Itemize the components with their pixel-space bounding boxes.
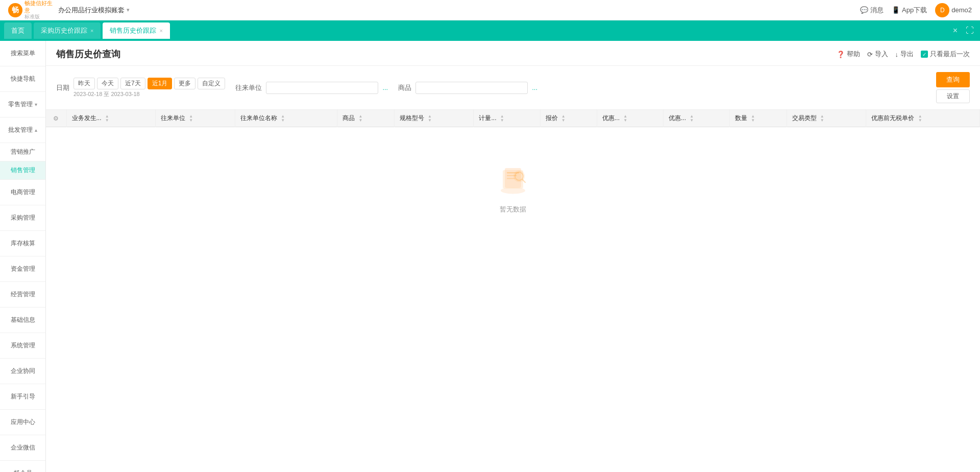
col-biz-date-label: 业务发生...	[72, 114, 102, 122]
column-partner-name[interactable]: 往来单位名称 ▲▼	[235, 110, 337, 127]
top-header: 畅 畅捷信好生意 标准版 办公用品行业模拟账套 ▾ 💬 消息 📱 App下载 D…	[0, 0, 980, 20]
tab-sales[interactable]: 销售历史价跟踪 ×	[103, 22, 169, 39]
sidebar-item-finance[interactable]: 资金管理	[0, 256, 45, 282]
col-spec-label: 规格型号	[400, 114, 424, 122]
logo-text: 畅捷信好生意 标准版	[24, 0, 54, 19]
export-button[interactable]: ↓ 导出	[895, 50, 914, 59]
page-content: 销售历史价查询 ❓ 帮助 ⟳ 导入 ↓ 导出 ✓	[46, 41, 980, 472]
date-buttons: 昨天 今天 近7天 近1月 更多 自定义	[74, 78, 225, 89]
wholesale-label: 批发管理	[8, 126, 33, 134]
purchase-tab-close[interactable]: ×	[90, 28, 93, 34]
sidebar-item-new-guide[interactable]: 新手引导	[0, 384, 45, 410]
col-pre-tax-price-label: 优惠前无税单价	[871, 114, 914, 122]
filter-actions: 查询 设置	[936, 72, 970, 103]
sidebar-item-member[interactable]: 畅会员	[0, 461, 45, 472]
import-icon: ⟳	[867, 51, 873, 58]
retail-arrow-icon: ▾	[35, 101, 37, 108]
page-header-actions: ❓ 帮助 ⟳ 导入 ↓ 导出 ✓ 只看最后一次	[837, 50, 970, 59]
purchase-label: 采购管理	[11, 214, 35, 222]
col-price-label: 报价	[546, 114, 558, 122]
col-discount1-label: 优惠...	[602, 114, 620, 122]
sort-icon-partner-code: ▲▼	[189, 114, 193, 123]
col-unit-label: 计量...	[479, 114, 496, 122]
checkbox-icon: ✓	[921, 51, 928, 58]
partner-dots[interactable]: ...	[382, 84, 388, 91]
sidebar-item-app-center[interactable]: 应用中心	[0, 410, 45, 435]
table-header-row: ⚙ 业务发生... ▲▼ 往来单位 ▲▼ 往来单位名称	[46, 110, 980, 127]
col-discount2-label: 优惠...	[669, 114, 686, 122]
page-header: 销售历史价查询 ❓ 帮助 ⟳ 导入 ↓ 导出 ✓	[46, 41, 980, 66]
help-button[interactable]: ❓ 帮助	[837, 50, 860, 59]
sort-icon-discount1: ▲▼	[623, 114, 627, 123]
tab-bar: 首页 采购历史价跟踪 × 销售历史价跟踪 × × ⛶	[0, 20, 980, 41]
fullscreen-button[interactable]: ⛶	[964, 24, 976, 37]
tab-home[interactable]: 首页	[4, 22, 32, 39]
column-spec[interactable]: 规格型号 ▲▼	[394, 110, 474, 127]
sidebar-item-marketing[interactable]: 营销推广	[0, 143, 45, 161]
column-goods[interactable]: 商品 ▲▼	[337, 110, 394, 127]
search-label: 搜索菜单	[11, 49, 35, 58]
sidebar-item-operations[interactable]: 经营管理	[0, 282, 45, 308]
goods-input[interactable]	[415, 82, 528, 94]
date-btn-1month[interactable]: 近1月	[148, 78, 173, 89]
ecommerce-label: 电商管理	[11, 188, 35, 197]
partner-input[interactable]	[266, 82, 378, 94]
goods-dots[interactable]: ...	[532, 84, 537, 91]
user-avatar[interactable]: D demo2	[935, 3, 972, 17]
app-title: 办公用品行业模拟账套	[58, 6, 125, 15]
date-btn-custom[interactable]: 自定义	[198, 78, 225, 89]
date-btn-today[interactable]: 今天	[97, 78, 118, 89]
sales-tab-close[interactable]: ×	[159, 28, 162, 34]
sort-icon-biz-date: ▲▼	[105, 114, 109, 123]
column-gear[interactable]: ⚙	[46, 110, 66, 127]
col-trade-type-label: 交易类型	[792, 114, 817, 122]
column-unit[interactable]: 计量... ▲▼	[474, 110, 540, 127]
sidebar-item-search[interactable]: 搜索菜单	[0, 41, 45, 66]
app-download-button[interactable]: 📱 App下载	[892, 6, 927, 15]
sort-icon-quantity: ▲▼	[751, 114, 755, 123]
sidebar-item-ecommerce[interactable]: 电商管理	[0, 180, 45, 205]
sort-icon-trade-type: ▲▼	[820, 114, 824, 123]
app-download-label: App下载	[902, 6, 927, 15]
sidebar-item-purchase[interactable]: 采购管理	[0, 205, 45, 231]
column-partner-code[interactable]: 往来单位 ▲▼	[155, 110, 235, 127]
date-btn-more[interactable]: 更多	[174, 78, 195, 89]
column-discount1[interactable]: 优惠... ▲▼	[597, 110, 663, 127]
column-trade-type[interactable]: 交易类型 ▲▼	[787, 110, 866, 127]
app-title-dropdown-icon[interactable]: ▾	[127, 7, 130, 13]
sidebar-item-sales-mgmt[interactable]: 销售管理	[0, 161, 45, 180]
import-button[interactable]: ⟳ 导入	[867, 50, 888, 59]
sidebar-item-quick-nav[interactable]: 快捷导航	[0, 66, 45, 92]
date-filter-group: 日期 昨天 今天 近7天 近1月 更多 自定义 2023-02-18 至 202…	[56, 78, 225, 98]
sort-icon-pre-tax-price: ▲▼	[918, 114, 922, 123]
app-center-label: 应用中心	[11, 418, 35, 427]
help-label: 帮助	[847, 50, 860, 59]
close-all-button[interactable]: ×	[951, 24, 960, 37]
tab-purchase[interactable]: 采购历史价跟踪 ×	[34, 22, 101, 39]
sidebar-item-wholesale[interactable]: 批发管理 ▴	[0, 117, 45, 143]
header-right: 💬 消息 📱 App下载 D demo2	[860, 3, 972, 17]
sort-icon-unit: ▲▼	[500, 114, 504, 123]
date-btn-7days[interactable]: 近7天	[120, 78, 145, 89]
message-button[interactable]: 💬 消息	[860, 6, 884, 15]
query-button[interactable]: 查询	[936, 72, 970, 87]
column-biz-date[interactable]: 业务发生... ▲▼	[66, 110, 155, 127]
date-btn-yesterday[interactable]: 昨天	[74, 78, 95, 89]
sidebar-item-enterprise-wechat[interactable]: 企业微信	[0, 435, 45, 461]
column-discount2[interactable]: 优惠... ▲▼	[664, 110, 730, 127]
column-quantity[interactable]: 数量 ▲▼	[730, 110, 787, 127]
only-last-checkbox[interactable]: ✓ 只看最后一次	[921, 50, 970, 59]
gear-icon: ⚙	[53, 115, 59, 122]
enterprise-collab-label: 企业协同	[11, 367, 35, 375]
sidebar-item-retail[interactable]: 零售管理 ▾	[0, 92, 45, 117]
column-price[interactable]: 报价 ▲▼	[540, 110, 597, 127]
table-container: ⚙ 业务发生... ▲▼ 往来单位 ▲▼ 往来单位名称	[46, 110, 980, 472]
purchase-tab-label: 采购历史价跟踪	[41, 26, 87, 35]
sidebar-item-basic-info[interactable]: 基础信息	[0, 308, 45, 333]
column-pre-tax-price[interactable]: 优惠前无税单价 ▲▼	[866, 110, 980, 127]
sidebar-item-enterprise-collab[interactable]: 企业协同	[0, 359, 45, 384]
settings-button[interactable]: 设置	[936, 89, 970, 103]
sidebar-item-system[interactable]: 系统管理	[0, 333, 45, 359]
sidebar-item-inventory[interactable]: 库存核算	[0, 231, 45, 256]
app-title-area[interactable]: 办公用品行业模拟账套 ▾	[54, 6, 860, 15]
